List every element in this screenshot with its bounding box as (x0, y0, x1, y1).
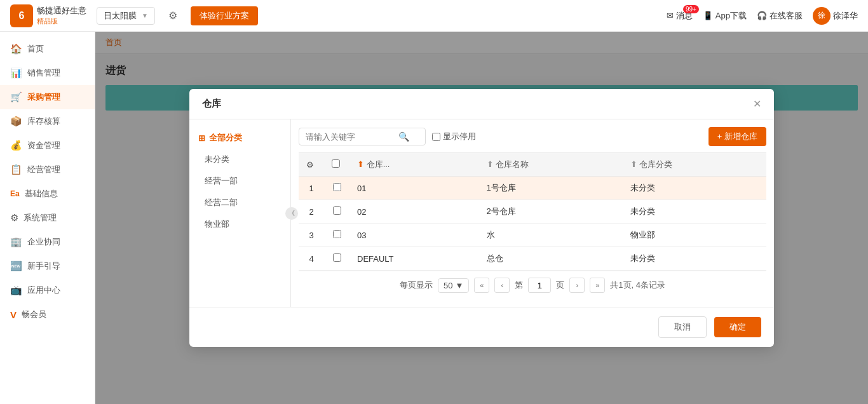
first-page-button[interactable]: « (474, 278, 489, 293)
sidebar-label-inventory: 库存核算 (27, 116, 60, 127)
page-number-input[interactable] (528, 278, 551, 293)
cancel-button[interactable]: 取消 (658, 316, 707, 338)
row-name: 总仓 (479, 247, 623, 271)
content-area: 首页 进货 仓库 ✕ ⊞ (95, 32, 868, 404)
sidebar-item-vip[interactable]: V 畅会员 (0, 302, 95, 327)
total-info: 共1页, 4条记录 (610, 279, 665, 291)
collapse-button[interactable]: 《 (285, 207, 298, 220)
settings-icon: ⚙ (306, 160, 314, 170)
category-sidebar: ⊞ 全部分类 未分类 经营一部 经营二部 物业部 《 (189, 119, 291, 307)
row-num: 3 (299, 224, 324, 247)
modal-close-button[interactable]: ✕ (753, 98, 761, 110)
show-disabled-checkbox-label[interactable]: 显示停用 (432, 131, 476, 142)
sidebar-label-purchase: 采购管理 (27, 91, 60, 103)
sidebar-item-purchase[interactable]: 🛒 采购管理 (0, 85, 95, 109)
sidebar-item-sales[interactable]: 📊 销售管理 (0, 61, 95, 85)
message-button[interactable]: ✉ 消息 99+ (667, 10, 693, 22)
settings-icon[interactable]: ⚙ (163, 6, 183, 26)
branch-selector[interactable]: 日太阳膜 ▼ (97, 7, 155, 25)
purchase-icon: 🛒 (10, 91, 22, 103)
row-code: DEFAULT (349, 247, 479, 271)
sidebar-label-apps: 应用中心 (27, 285, 60, 296)
sales-icon: 📊 (10, 67, 22, 79)
modal-header: 仓库 ✕ (189, 89, 774, 119)
th-check (324, 153, 349, 177)
sidebar-label-enterprise: 企业协同 (27, 236, 60, 248)
avatar: 徐 (813, 7, 831, 25)
chevron-down-icon: ▼ (142, 12, 148, 19)
apps-icon: 📺 (10, 285, 22, 296)
sidebar-item-inventory[interactable]: 📦 库存核算 (0, 109, 95, 133)
sidebar-item-home[interactable]: 🏠 首页 (0, 37, 95, 61)
online-service-button[interactable]: 🎧 在线客服 (757, 10, 803, 22)
inventory-icon: 📦 (10, 116, 22, 127)
sidebar-label-finance: 资金管理 (27, 140, 60, 151)
row-name: 水 (479, 224, 623, 247)
operation-icon: 📋 (10, 164, 22, 175)
confirm-button[interactable]: 确定 (714, 317, 761, 337)
message-badge: 99+ (683, 5, 699, 13)
sidebar-label-sales: 销售管理 (27, 67, 60, 79)
row-check[interactable] (324, 224, 349, 247)
sidebar-label-vip: 畅会员 (22, 309, 46, 320)
per-page-select[interactable]: 50 ▼ (438, 278, 469, 293)
row-check[interactable] (324, 177, 349, 200)
sidebar-item-system[interactable]: ⚙ 系统管理 (0, 206, 95, 230)
next-page-button[interactable]: › (569, 278, 585, 293)
warehouse-table: ⚙ ⬆ 仓库... ⬆ 仓库名称 (299, 152, 766, 271)
select-all-checkbox[interactable] (332, 159, 340, 168)
sidebar-item-guide[interactable]: 🆕 新手引导 (0, 254, 95, 278)
category-item-0[interactable]: 未分类 (189, 149, 290, 170)
category-item-2[interactable]: 经营二部 (189, 192, 290, 213)
table-area: 🔍 显示停用 + 新增仓库 (291, 119, 774, 307)
th-code: ⬆ 仓库... (349, 153, 479, 177)
row-category: 物业部 (623, 224, 766, 247)
sidebar-item-apps[interactable]: 📺 应用中心 (0, 278, 95, 302)
row-name: 2号仓库 (479, 200, 623, 224)
row-num: 1 (299, 177, 324, 200)
search-icon: 🔍 (398, 131, 409, 142)
th-category: ⬆ 仓库分类 (623, 153, 766, 177)
user-profile[interactable]: 徐 徐泽华 (813, 7, 858, 25)
category-item-3[interactable]: 物业部 (189, 213, 290, 235)
sidebar-item-operation[interactable]: 📋 经营管理 (0, 158, 95, 182)
category-item-1[interactable]: 经营一部 (189, 170, 290, 192)
last-page-button[interactable]: » (590, 278, 605, 293)
sidebar-label-guide: 新手引导 (27, 260, 60, 272)
sidebar-label-operation: 经营管理 (27, 164, 60, 175)
row-check[interactable] (324, 247, 349, 271)
table-row[interactable]: 1 01 1号仓库 未分类 (299, 177, 766, 200)
th-settings: ⚙ (299, 153, 324, 177)
row-check[interactable] (324, 200, 349, 224)
main-layout: 🏠 首页 📊 销售管理 🛒 采购管理 📦 库存核算 💰 资金管理 📋 经营管理 … (0, 32, 868, 404)
sidebar: 🏠 首页 📊 销售管理 🛒 采购管理 📦 库存核算 💰 资金管理 📋 经营管理 … (0, 32, 95, 404)
prev-page-button[interactable]: ‹ (494, 278, 510, 293)
sidebar-item-finance[interactable]: 💰 资金管理 (0, 133, 95, 158)
app-download-button[interactable]: 📱 App下载 (703, 10, 747, 22)
top-header: 6 畅捷通好生意 精品版 日太阳膜 ▼ ⚙ 体验行业方案 ✉ 消息 99+ 📱 … (0, 0, 868, 32)
show-disabled-checkbox[interactable] (432, 133, 440, 141)
enterprise-icon: 🏢 (10, 236, 22, 248)
modal-footer: 取消 确定 (189, 307, 774, 347)
table-row[interactable]: 2 02 2号仓库 未分类 (299, 200, 766, 224)
row-category: 未分类 (623, 200, 766, 224)
row-category: 未分类 (623, 247, 766, 271)
sort-icon: ⬆ (357, 159, 364, 169)
finance-icon: 💰 (10, 140, 22, 151)
trial-button[interactable]: 体验行业方案 (191, 6, 258, 25)
table-row[interactable]: 4 DEFAULT 总仓 未分类 (299, 247, 766, 271)
row-code: 02 (349, 200, 479, 224)
system-icon: ⚙ (10, 212, 18, 224)
sidebar-item-basic[interactable]: Ea 基础信息 (0, 182, 95, 206)
search-box[interactable]: 🔍 (299, 128, 426, 145)
sidebar-item-enterprise[interactable]: 🏢 企业协同 (0, 230, 95, 254)
add-warehouse-button[interactable]: + 新增仓库 (709, 127, 766, 146)
vip-icon: V (10, 309, 17, 320)
modal-body: ⊞ 全部分类 未分类 经营一部 经营二部 物业部 《 (189, 119, 774, 307)
all-category-item[interactable]: ⊞ 全部分类 (189, 127, 290, 149)
table-row[interactable]: 3 03 水 物业部 (299, 224, 766, 247)
modal-overlay: 仓库 ✕ ⊞ 全部分类 未分类 经营一部 经营二部 物业部 (95, 32, 868, 404)
row-num: 4 (299, 247, 324, 271)
search-input[interactable] (306, 132, 395, 142)
table-body: 1 01 1号仓库 未分类 2 02 (299, 177, 766, 271)
